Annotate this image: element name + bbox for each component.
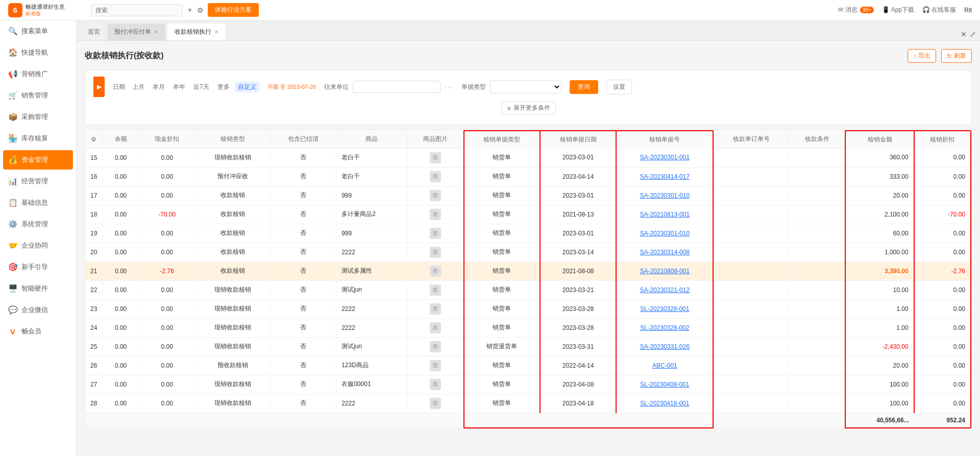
- receipt-condition-cell: [789, 261, 845, 280]
- include-settled-cell: 否: [271, 224, 336, 243]
- sidebar-item-finance[interactable]: 💰 资金管理: [3, 150, 73, 170]
- sidebar-item-wechat[interactable]: 💬 企业微信: [0, 299, 76, 321]
- verify-no-cell[interactable]: SA-20230331-026: [616, 337, 713, 356]
- expand-conditions-btn[interactable]: ∨ 展开更多条件: [501, 101, 556, 115]
- verify-date-cell: 2023-03-01: [540, 186, 616, 205]
- sidebar-item-hardware[interactable]: 🖥️ 智能硬件: [0, 278, 76, 299]
- verify-no-cell[interactable]: SA-20210808-001: [616, 261, 713, 280]
- sidebar-item-marketing[interactable]: 📢 营销推广: [0, 63, 76, 85]
- tab-home[interactable]: 首页: [81, 23, 107, 40]
- verify-voucher-type-cell: 销货单: [464, 205, 540, 224]
- verify-no-cell[interactable]: ABC-001: [616, 356, 713, 375]
- goods-img-cell: 图: [407, 299, 463, 318]
- include-settled-cell: 否: [271, 337, 336, 356]
- verify-no-cell[interactable]: SA-20230301-010: [616, 224, 713, 243]
- app-download[interactable]: 📱 App下载: [882, 6, 914, 14]
- th-settings[interactable]: ⚙: [85, 131, 103, 148]
- sidebar-item-nav[interactable]: 🏠 快捷导航: [0, 42, 76, 63]
- partner-input[interactable]: [353, 81, 440, 93]
- solution-button[interactable]: 体验行业方案: [208, 3, 259, 17]
- verify-no-cell[interactable]: SL-20230408-001: [616, 375, 713, 394]
- sidebar-item-search[interactable]: 🔍 搜索菜单: [0, 20, 76, 42]
- tab-bar: 首页 预付冲应付单 ✕ 收款核销执行 ✕ ✕ ⤢: [77, 20, 980, 41]
- message-area[interactable]: ✉ 消息 99+: [838, 6, 874, 14]
- cash-discount-cell: 0.00: [139, 148, 195, 167]
- table-row: 26 0.00 0.00 预收款核销 否 123D商品 图 销货单 2022-0…: [85, 356, 971, 375]
- sidebar-item-basics[interactable]: 📋 基础信息: [0, 192, 76, 213]
- seq-cell: 23: [85, 299, 103, 318]
- more-date-btn[interactable]: 更多: [214, 82, 233, 92]
- sidebar-item-member[interactable]: V 畅会员: [0, 321, 76, 342]
- tab-prepay[interactable]: 预付冲应付单 ✕: [107, 23, 165, 40]
- verify-no-cell[interactable]: SL-20230418-001: [616, 394, 713, 413]
- hardware-icon: 🖥️: [8, 284, 17, 293]
- expand-row: ∨ 展开更多条件: [93, 101, 963, 115]
- refresh-button[interactable]: ↻ 刷新: [941, 49, 972, 63]
- th-verify-type: 核销类型: [195, 131, 271, 148]
- tab-verify[interactable]: 收款核销执行 ✕: [167, 23, 226, 40]
- seq-cell: 22: [85, 280, 103, 299]
- receipt-order-no-cell: [713, 356, 789, 375]
- voucher-type-select[interactable]: [490, 80, 561, 93]
- verify-no-cell[interactable]: SA-20230301-001: [616, 148, 713, 167]
- setting-button[interactable]: 设置: [606, 80, 632, 94]
- verify-no-cell[interactable]: SA-20230314-008: [616, 243, 713, 261]
- top-bar-middle: ▼ ⚙ 体验行业方案: [91, 3, 832, 17]
- th-receipt-order-no: 收款单订单号: [713, 131, 789, 148]
- th-verify-date: 核销单据日期: [540, 131, 616, 148]
- sidebar-item-purchase[interactable]: 📦 采购管理: [0, 106, 76, 128]
- verify-date-cell: 2021-08-08: [540, 261, 616, 280]
- verify-no-cell[interactable]: SA-20230301-010: [616, 186, 713, 205]
- receipt-condition-cell: [789, 243, 845, 261]
- tab-close-prepay[interactable]: ✕: [154, 29, 158, 35]
- verify-no-cell[interactable]: SL-20230328-002: [616, 318, 713, 337]
- verify-discount-cell: 0.00: [914, 167, 971, 186]
- last-7days-btn[interactable]: 近7天: [190, 82, 212, 92]
- balance-cell: 0.00: [103, 167, 139, 186]
- filter-toggle-arrow[interactable]: ▶: [93, 77, 105, 97]
- search-button[interactable]: 查询: [570, 80, 598, 94]
- verify-no-cell[interactable]: SA-20230414-017: [616, 167, 713, 186]
- sidebar-item-guide[interactable]: 🎯 新手引导: [0, 256, 76, 278]
- last-month-btn[interactable]: 上月: [129, 82, 148, 92]
- verify-no-cell[interactable]: SL-20230328-001: [616, 299, 713, 318]
- custom-date-btn[interactable]: 自定义: [235, 82, 259, 92]
- include-settled-cell: 否: [271, 280, 336, 299]
- this-month-btn[interactable]: 本月: [150, 82, 168, 92]
- verify-date-cell: 2023-03-14: [540, 243, 616, 261]
- sidebar-item-label: 新手引导: [21, 262, 48, 272]
- gear-icon[interactable]: ⚙: [197, 6, 204, 14]
- table-row: 18 0.00 -70.00 收款核销 否 多计量商品2 图 销货单 2021-…: [85, 205, 971, 224]
- sidebar-item-inventory[interactable]: 🏪 库存核算: [0, 128, 76, 149]
- online-service[interactable]: 🎧 在线客服: [922, 6, 956, 14]
- goods-img-cell: 图: [407, 280, 463, 299]
- maximize-icon[interactable]: ⤢: [970, 30, 976, 38]
- th-include-settled: 包含已结清: [271, 131, 336, 148]
- th-verify-amount: 核销金额: [845, 131, 914, 148]
- sidebar-item-operations[interactable]: 📊 经营管理: [0, 171, 76, 192]
- export-button[interactable]: ↑ 导出: [908, 49, 936, 63]
- tab-close-verify[interactable]: ✕: [214, 29, 218, 35]
- minimize-icon[interactable]: ✕: [961, 30, 967, 38]
- seq-cell: 15: [85, 148, 103, 167]
- verify-no-cell[interactable]: SA-20210813-001: [616, 205, 713, 224]
- user-name[interactable]: Rit: [964, 7, 972, 14]
- tab-bar-right: ✕ ⤢: [961, 30, 976, 40]
- seq-cell: 18: [85, 205, 103, 224]
- verify-type-cell: 收款核销: [195, 224, 271, 243]
- balance-cell: 0.00: [103, 375, 139, 394]
- verify-amount-cell: 3,390.00: [845, 261, 914, 280]
- goods-img-cell: 图: [407, 205, 463, 224]
- sidebar-item-label: 基础信息: [21, 198, 48, 207]
- marketing-icon: 📢: [8, 69, 17, 79]
- search-input[interactable]: [91, 4, 183, 16]
- sidebar-item-system[interactable]: ⚙️ 系统管理: [0, 213, 76, 235]
- receipt-condition-cell: [789, 375, 845, 394]
- date-range-display: 不限 至 2023-07-26: [267, 83, 316, 91]
- verify-no-cell[interactable]: SA-20230321-012: [616, 280, 713, 299]
- sidebar-item-sales[interactable]: 🛒 销售管理: [0, 85, 76, 106]
- cash-discount-cell: 0.00: [139, 186, 195, 205]
- this-year-btn[interactable]: 本年: [170, 82, 188, 92]
- sidebar-item-collab[interactable]: 🤝 企业协同: [0, 235, 76, 256]
- page-actions: ↑ 导出 ↻ 刷新: [908, 49, 972, 63]
